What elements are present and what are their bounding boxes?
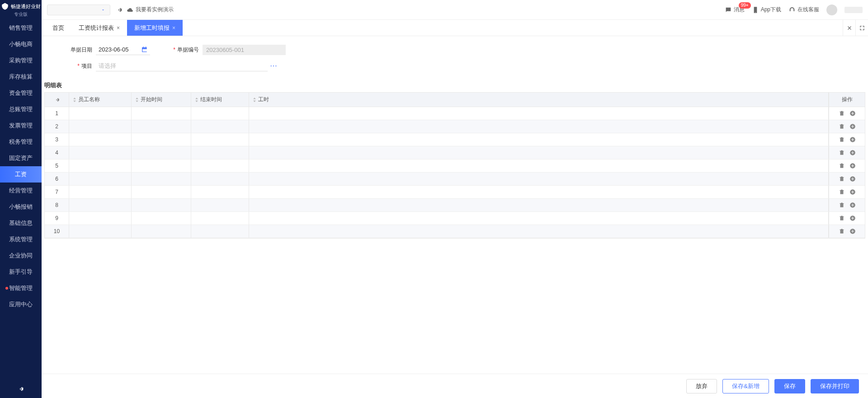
cell-employee[interactable] (69, 199, 132, 211)
calendar-icon[interactable] (141, 46, 148, 53)
tab-2[interactable]: 新增工时填报× (127, 20, 183, 36)
add-icon[interactable] (849, 163, 856, 169)
save-button[interactable]: 保存 (774, 379, 805, 393)
cell-start[interactable] (132, 186, 191, 198)
add-icon[interactable] (849, 150, 856, 156)
save-and-new-button[interactable]: 保存&新增 (722, 379, 769, 393)
cell-employee[interactable] (69, 133, 132, 146)
demo-link[interactable]: 我要看实例演示 (127, 6, 174, 14)
delete-icon[interactable] (839, 110, 845, 117)
cell-end[interactable] (191, 133, 249, 146)
add-icon[interactable] (849, 176, 856, 182)
cell-hours[interactable] (249, 159, 829, 172)
cell-employee[interactable] (69, 212, 132, 225)
sidebar-item-12[interactable]: 基础信息 (0, 215, 42, 231)
tab-0[interactable]: 首页 (45, 20, 71, 36)
delete-icon[interactable] (839, 202, 845, 208)
cell-employee[interactable] (69, 159, 132, 172)
project-input[interactable] (96, 61, 268, 71)
user-name[interactable] (844, 7, 863, 13)
sidebar-item-15[interactable]: 新手引导 (0, 264, 42, 280)
header-employee[interactable]: 员工名称 (69, 93, 132, 107)
cell-end[interactable] (191, 212, 249, 225)
cell-start[interactable] (132, 159, 191, 172)
sidebar-item-14[interactable]: 企业协同 (0, 248, 42, 264)
sidebar-item-10[interactable]: 经营管理 (0, 183, 42, 199)
add-icon[interactable] (849, 136, 856, 143)
cell-start[interactable] (132, 225, 191, 238)
sidebar-item-9[interactable]: 工资 (0, 166, 42, 183)
sidebar-item-8[interactable]: 固定资产 (0, 150, 42, 166)
cell-hours[interactable] (249, 146, 829, 159)
add-icon[interactable] (849, 110, 856, 117)
sidebar-item-2[interactable]: 采购管理 (0, 52, 42, 69)
delete-icon[interactable] (839, 189, 845, 195)
close-all-tabs[interactable] (843, 20, 855, 36)
delete-icon[interactable] (839, 215, 845, 221)
sidebar-item-7[interactable]: 税务管理 (0, 134, 42, 150)
cell-end[interactable] (191, 199, 249, 211)
add-icon[interactable] (849, 202, 856, 208)
discard-button[interactable]: 放弃 (686, 379, 717, 393)
add-icon[interactable] (849, 123, 856, 130)
cell-end[interactable] (191, 146, 249, 159)
sidebar-item-5[interactable]: 总账管理 (0, 101, 42, 117)
cell-start[interactable] (132, 146, 191, 159)
delete-icon[interactable] (839, 136, 845, 143)
cell-start[interactable] (132, 120, 191, 133)
cell-end[interactable] (191, 120, 249, 133)
close-icon[interactable]: × (172, 25, 175, 31)
close-icon[interactable]: × (117, 25, 120, 31)
cell-employee[interactable] (69, 225, 132, 238)
cell-start[interactable] (132, 107, 191, 120)
cell-hours[interactable] (249, 107, 829, 120)
sidebar-settings[interactable] (0, 380, 42, 398)
cell-start[interactable] (132, 199, 191, 211)
add-icon[interactable] (849, 215, 856, 221)
header-start[interactable]: 开始时间 (132, 93, 191, 107)
delete-icon[interactable] (839, 228, 845, 234)
delete-icon[interactable] (839, 176, 845, 182)
sidebar-item-3[interactable]: 库存核算 (0, 69, 42, 85)
fullscreen-toggle[interactable] (855, 20, 868, 36)
header-hours[interactable]: 工时 (249, 93, 829, 107)
cell-end[interactable] (191, 225, 249, 238)
project-more-button[interactable]: ··· (270, 63, 278, 69)
save-and-print-button[interactable]: 保存并打印 (811, 379, 859, 393)
avatar[interactable] (826, 5, 837, 15)
sidebar-item-17[interactable]: 应用中心 (0, 296, 42, 313)
cell-start[interactable] (132, 212, 191, 225)
header-settings[interactable] (45, 93, 69, 107)
cell-hours[interactable] (249, 225, 829, 238)
cell-hours[interactable] (249, 199, 829, 211)
cell-end[interactable] (191, 173, 249, 185)
sidebar-item-4[interactable]: 资金管理 (0, 85, 42, 101)
cell-employee[interactable] (69, 107, 132, 120)
cell-end[interactable] (191, 159, 249, 172)
delete-icon[interactable] (839, 163, 845, 169)
online-service-button[interactable]: 在线客服 (788, 6, 819, 14)
cell-employee[interactable] (69, 173, 132, 185)
cell-hours[interactable] (249, 120, 829, 133)
sidebar-item-1[interactable]: 小畅电商 (0, 36, 42, 52)
sidebar-item-13[interactable]: 系统管理 (0, 231, 42, 248)
sidebar-item-11[interactable]: 小畅报销 (0, 199, 42, 215)
messages-button[interactable]: 消息 99+ (725, 6, 745, 14)
sidebar-item-0[interactable]: 销售管理 (0, 20, 42, 36)
cell-employee[interactable] (69, 120, 132, 133)
cell-hours[interactable] (249, 133, 829, 146)
cell-employee[interactable] (69, 146, 132, 159)
header-end[interactable]: 结束时间 (191, 93, 249, 107)
delete-icon[interactable] (839, 150, 845, 156)
gear-icon[interactable] (116, 6, 123, 14)
cell-employee[interactable] (69, 186, 132, 198)
app-download-button[interactable]: App下载 (752, 6, 781, 14)
add-icon[interactable] (849, 189, 856, 195)
cell-end[interactable] (191, 107, 249, 120)
tab-1[interactable]: 工资统计报表× (71, 20, 127, 36)
sidebar-item-6[interactable]: 发票管理 (0, 117, 42, 134)
add-icon[interactable] (849, 228, 856, 234)
cell-start[interactable] (132, 133, 191, 146)
cell-hours[interactable] (249, 173, 829, 185)
cell-end[interactable] (191, 186, 249, 198)
